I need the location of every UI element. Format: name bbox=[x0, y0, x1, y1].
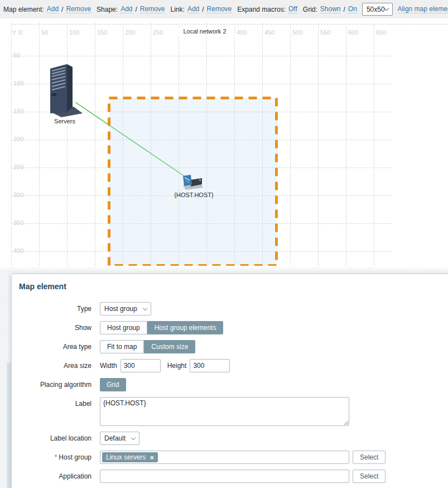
host-group-chip[interactable]: Linux servers × bbox=[102, 452, 158, 462]
map-element-add-link[interactable]: Add bbox=[47, 5, 59, 13]
area-size-row: Area size Width Height bbox=[19, 359, 448, 372]
grid-placing-button[interactable]: Grid bbox=[100, 378, 126, 391]
host-element-label: {HOST.HOST} bbox=[167, 192, 220, 198]
expand-macros-toggle[interactable]: Off bbox=[288, 5, 297, 13]
chevron-down-icon bbox=[142, 305, 147, 310]
application-input[interactable] bbox=[100, 470, 349, 483]
separator: / bbox=[202, 6, 204, 13]
map-canvas[interactable]: Y X: 50100150200250300350400450500550600… bbox=[0, 18, 448, 274]
separator: / bbox=[61, 6, 63, 13]
application-label: Application bbox=[19, 470, 91, 480]
required-asterisk: * bbox=[55, 453, 57, 461]
height-input[interactable] bbox=[190, 359, 230, 372]
map-bottom-edge bbox=[0, 266, 448, 274]
host-map-element[interactable] bbox=[181, 173, 205, 191]
separator: / bbox=[136, 6, 137, 13]
shape-group-label: Shape: bbox=[97, 6, 118, 13]
label-location-select[interactable]: Default bbox=[100, 432, 139, 445]
map-element-dialog: Map element Type Host group Show Host gr… bbox=[11, 274, 448, 488]
custom-size-button[interactable]: Custom size bbox=[144, 340, 195, 353]
host-group-chip-label: Linux servers bbox=[106, 453, 146, 461]
map-element-remove-link[interactable]: Remove bbox=[66, 5, 91, 13]
host-group-select-button[interactable]: Select bbox=[353, 451, 386, 464]
chevron-down-icon bbox=[131, 435, 136, 439]
show-host-group-button[interactable]: Host group bbox=[100, 321, 147, 334]
grid-shown-toggle[interactable]: Shown bbox=[320, 5, 341, 13]
label-location-value: Default bbox=[104, 434, 126, 442]
area-type-segmented-control: Fit to map Custom size bbox=[100, 340, 195, 353]
dialog-title: Map element bbox=[19, 282, 448, 291]
type-select-value: Host group bbox=[104, 305, 137, 313]
host-group-input[interactable]: Linux servers × bbox=[100, 451, 349, 464]
label-label: Label bbox=[19, 397, 91, 408]
shape-remove-link[interactable]: Remove bbox=[140, 5, 165, 13]
map-element-group-label: Map element: bbox=[3, 6, 44, 13]
expand-macros-label: Expand macros: bbox=[237, 6, 286, 13]
grid-size-select[interactable]: 50x50 bbox=[362, 3, 393, 16]
application-select-button[interactable]: Select bbox=[353, 470, 386, 483]
show-host-group-elements-button[interactable]: Host group elements bbox=[147, 321, 224, 334]
server-panel bbox=[52, 93, 56, 96]
grid-label: Grid: bbox=[303, 6, 317, 13]
label-location-row: Label location Default bbox=[19, 432, 448, 445]
map-name-label: Local network 2 bbox=[176, 27, 233, 35]
server-icon bbox=[67, 64, 73, 112]
map-overlay bbox=[0, 18, 448, 274]
label-textarea[interactable]: {HOST.HOST} bbox=[100, 397, 349, 426]
server-map-element[interactable] bbox=[47, 60, 84, 119]
link-remove-link[interactable]: Remove bbox=[207, 5, 232, 13]
label-location-label: Label location bbox=[19, 432, 91, 442]
show-segmented-control: Host group Host group elements bbox=[100, 321, 223, 334]
link-add-link[interactable]: Add bbox=[187, 5, 199, 13]
width-input[interactable] bbox=[121, 359, 161, 372]
map-editor-toolbar: Map element: Add / Remove Shape: Add / R… bbox=[0, 0, 448, 18]
host-port bbox=[199, 179, 201, 181]
width-label: Width bbox=[100, 362, 117, 370]
map-edge-band bbox=[7, 363, 11, 488]
type-row: Type Host group bbox=[19, 302, 448, 315]
show-row: Show Host group Host group elements bbox=[19, 321, 448, 334]
area-type-label: Area type bbox=[19, 340, 91, 351]
server-element-label: Servers bbox=[47, 118, 82, 125]
host-screen bbox=[183, 175, 192, 186]
height-label: Height bbox=[167, 362, 187, 370]
area-size-label: Area size bbox=[19, 359, 91, 370]
align-map-elements-link[interactable]: Align map elements bbox=[398, 5, 448, 13]
placing-algorithm-label: Placing algorithm bbox=[19, 378, 91, 389]
label-row: Label {HOST.HOST} bbox=[19, 397, 448, 426]
shape-add-link[interactable]: Add bbox=[121, 5, 132, 13]
placing-algorithm-row: Placing algorithm Grid bbox=[19, 378, 448, 391]
grid-size-value: 50x50 bbox=[367, 6, 385, 13]
type-select[interactable]: Host group bbox=[100, 302, 151, 315]
separator: / bbox=[344, 6, 345, 13]
fit-to-map-button[interactable]: Fit to map bbox=[100, 340, 144, 353]
host-group-row: *Host group Linux servers × Select bbox=[19, 451, 448, 464]
area-type-row: Area type Fit to map Custom size bbox=[19, 340, 448, 353]
application-row: Application Select bbox=[19, 470, 448, 483]
chip-remove-icon[interactable]: × bbox=[150, 454, 154, 461]
host-group-label: *Host group bbox=[19, 451, 91, 461]
grid-snap-toggle[interactable]: On bbox=[348, 5, 357, 13]
link-group-label: Link: bbox=[171, 6, 185, 13]
show-label: Show bbox=[19, 321, 91, 332]
type-label: Type bbox=[19, 302, 91, 313]
